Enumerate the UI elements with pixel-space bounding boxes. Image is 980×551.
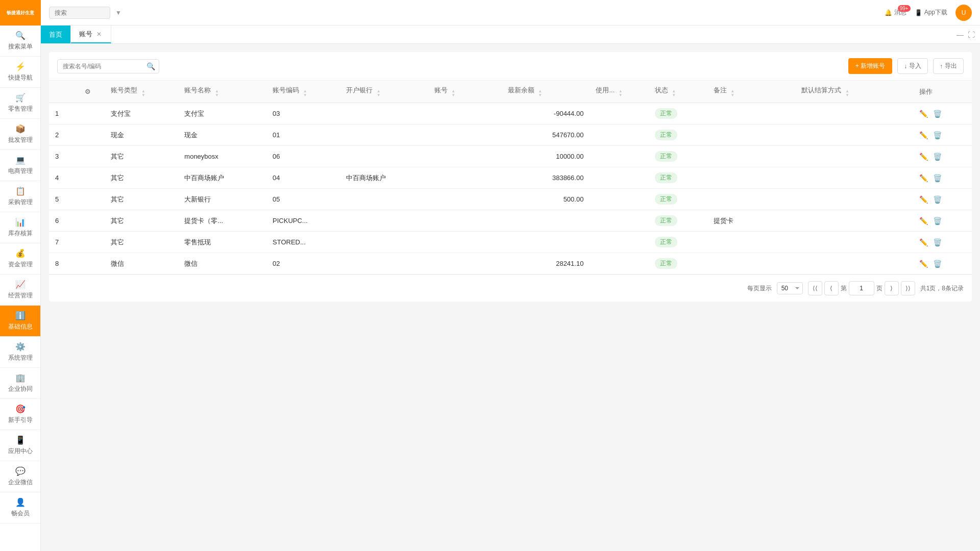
row-bank: [340, 146, 428, 167]
sidebar-item-search-menu[interactable]: 🔍搜索菜单: [0, 26, 40, 57]
notification-button[interactable]: 🔔 消息 99+: [885, 8, 906, 17]
tab-maximize-icon[interactable]: ⛶: [968, 31, 975, 39]
tab-actions: — ⛶: [951, 26, 980, 43]
last-page-button[interactable]: ⟩⟩: [901, 281, 915, 295]
import-icon: ↓: [904, 63, 907, 70]
tab-account[interactable]: 账号 ✕: [71, 26, 111, 43]
next-page-button[interactable]: ⟩: [885, 281, 899, 295]
edit-button[interactable]: ✏️: [919, 238, 928, 246]
sidebar-item-wechat[interactable]: 💬企业微信: [0, 461, 40, 492]
row-code: 04: [266, 167, 340, 189]
edit-button[interactable]: ✏️: [919, 260, 928, 268]
edit-button[interactable]: ✏️: [919, 110, 928, 118]
edit-button[interactable]: ✏️: [919, 195, 928, 204]
col-account-header[interactable]: 账号 ▲▼: [428, 81, 502, 103]
row-settle: [795, 167, 913, 189]
prev-page-button[interactable]: ⟨: [824, 281, 839, 295]
sidebar-item-wholesale[interactable]: 📦批发管理: [0, 119, 40, 150]
sidebar-label-purchase: 采购管理: [8, 198, 33, 207]
page-size-select[interactable]: 50 100 200: [777, 282, 803, 294]
row-number: 1: [49, 103, 79, 124]
app-download-button[interactable]: 📱 App下载: [915, 8, 947, 17]
first-page-button[interactable]: ⟨⟨: [808, 281, 822, 295]
app-logo: 畅捷通好生意: [0, 0, 41, 26]
delete-button[interactable]: 🗑️: [933, 238, 942, 246]
add-account-button[interactable]: + 新增账号: [848, 58, 892, 74]
row-balance: 383866.00: [502, 167, 590, 189]
sidebar-item-app-center[interactable]: 📱应用中心: [0, 430, 40, 461]
delete-button[interactable]: 🗑️: [933, 260, 942, 268]
delete-button[interactable]: 🗑️: [933, 217, 942, 225]
member-icon: 👤: [15, 497, 26, 507]
sidebar-item-quick-nav[interactable]: ⚡快捷导航: [0, 57, 40, 88]
tab-minimize-icon[interactable]: —: [957, 31, 964, 39]
col-name-header[interactable]: 账号名称 ▲▼: [178, 81, 266, 103]
sidebar-label-member: 畅会员: [11, 509, 30, 518]
page-number-input[interactable]: [849, 281, 874, 295]
edit-button[interactable]: ✏️: [919, 153, 928, 161]
header-search-input[interactable]: [49, 7, 110, 19]
col-type-header[interactable]: 账号类型 ▲▼: [105, 81, 178, 103]
sort-icon-bank: ▲▼: [377, 89, 381, 97]
col-code-header[interactable]: 账号编码 ▲▼: [266, 81, 340, 103]
tab-close-icon[interactable]: ✕: [95, 31, 103, 38]
edit-button[interactable]: ✏️: [919, 131, 928, 139]
row-number: 7: [49, 232, 79, 253]
row-balance: 10000.00: [502, 146, 590, 167]
sidebar-item-operations[interactable]: 📈经营管理: [0, 274, 40, 306]
edit-button[interactable]: ✏️: [919, 174, 928, 182]
col-status-header[interactable]: 状态 ▲▼: [649, 81, 707, 103]
row-settings: [79, 124, 105, 146]
col-settle-header[interactable]: 默认结算方式 ▲▼: [795, 81, 913, 103]
tab-home[interactable]: 首页: [41, 26, 71, 43]
col-remark-header[interactable]: 备注 ▲▼: [707, 81, 796, 103]
delete-button[interactable]: 🗑️: [933, 195, 942, 204]
system-icon: ⚙️: [15, 342, 26, 352]
app-center-icon: 📱: [15, 435, 26, 445]
row-remark: [707, 146, 796, 167]
sidebar-label-finance: 资金管理: [8, 260, 33, 269]
sidebar-item-system[interactable]: ⚙️系统管理: [0, 337, 40, 368]
search-icon[interactable]: 🔍: [146, 62, 155, 70]
row-actions: ✏️ 🗑️: [913, 124, 972, 146]
row-number: 3: [49, 146, 79, 167]
edit-button[interactable]: ✏️: [919, 217, 928, 225]
col-usage-header[interactable]: 使用... ▲▼: [590, 81, 648, 103]
row-bank: [340, 124, 428, 146]
row-actions: ✏️ 🗑️: [913, 167, 972, 189]
delete-button[interactable]: 🗑️: [933, 110, 942, 118]
col-balance-header[interactable]: 最新余额 ▲▼: [502, 81, 590, 103]
sidebar-item-member[interactable]: 👤畅会员: [0, 492, 40, 523]
row-code: PICKUPC...: [266, 210, 340, 232]
sidebar-item-retail[interactable]: 🛒零售管理: [0, 88, 40, 119]
page-nav: ⟨⟨ ⟨ 第 页 ⟩ ⟩⟩: [808, 281, 915, 295]
export-button[interactable]: ↑ 导出: [933, 58, 964, 74]
export-icon: ↑: [940, 63, 943, 70]
sidebar-label-system: 系统管理: [8, 354, 33, 362]
col-bank-header[interactable]: 开户银行 ▲▼: [340, 81, 428, 103]
row-balance: [502, 210, 590, 232]
sidebar-item-ecommerce[interactable]: 💻电商管理: [0, 150, 40, 181]
sidebar-item-inventory[interactable]: 📊库存核算: [0, 212, 40, 243]
row-usage: [590, 253, 648, 274]
import-button[interactable]: ↓ 导入: [897, 58, 928, 74]
delete-button[interactable]: 🗑️: [933, 174, 942, 182]
sort-icon-name: ▲▼: [215, 89, 219, 97]
page-prefix-label: 第: [841, 284, 847, 293]
col-settings[interactable]: ⚙: [79, 81, 105, 103]
sidebar-item-guide[interactable]: 🎯新手引导: [0, 399, 40, 430]
sidebar-item-enterprise[interactable]: 🏢企业协同: [0, 368, 40, 399]
row-usage: [590, 103, 648, 124]
top-header: ▼ 🔔 消息 99+ 📱 App下载 U: [41, 0, 980, 26]
search-input[interactable]: [57, 59, 159, 73]
delete-button[interactable]: 🗑️: [933, 153, 942, 161]
sidebar-item-purchase[interactable]: 📋采购管理: [0, 181, 40, 212]
user-avatar[interactable]: U: [955, 5, 972, 21]
sidebar-item-finance[interactable]: 💰资金管理: [0, 243, 40, 274]
row-bank: [340, 232, 428, 253]
row-type: 其它: [105, 189, 178, 210]
sidebar-item-base-info[interactable]: ℹ️基础信息: [0, 306, 40, 337]
row-settings: [79, 189, 105, 210]
row-name: 微信: [178, 253, 266, 274]
delete-button[interactable]: 🗑️: [933, 131, 942, 139]
